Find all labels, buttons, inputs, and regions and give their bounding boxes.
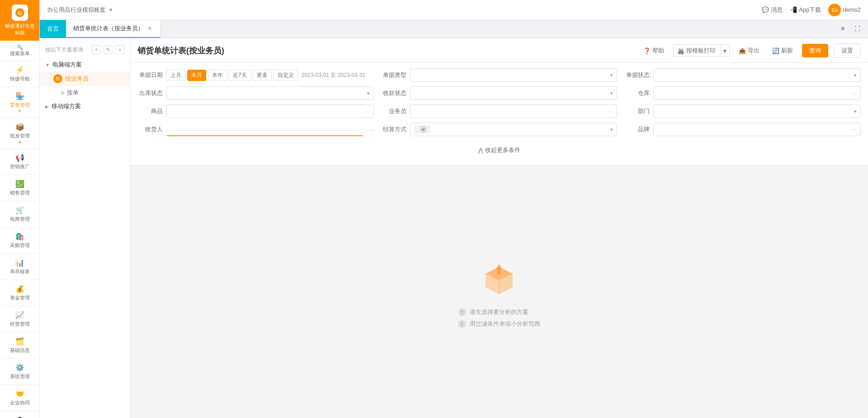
tab-close-window-btn[interactable]: ✕ (837, 24, 848, 34)
dept-select[interactable]: ▾ (653, 104, 861, 118)
tab-home[interactable]: 首页 (40, 20, 66, 38)
avatar-initials: Ea (832, 7, 838, 13)
sidebar-item-quicknav[interactable]: ⚡ 快捷导航 (0, 61, 39, 87)
tab-maximize-btn[interactable]: ⛶ (852, 24, 863, 34)
sidebar-item-enterprise[interactable]: 🤝 企业协同 (0, 385, 39, 411)
sidebar-item-ecommerce[interactable]: 🛒 电商管理 (0, 201, 39, 228)
topbar-left: 办公用品行业模拟账套 ▾ (47, 6, 113, 14)
dept-label: 部门 (624, 107, 650, 115)
help-btn[interactable]: ❓ 帮助 (640, 45, 668, 57)
finance-icon: 💰 (15, 285, 24, 293)
sidebar-item-retail[interactable]: 🏪 零售管理 ▼ (0, 87, 39, 118)
settlement-select[interactable]: ✕ ▾ (410, 123, 618, 136)
sidebar-item-purchase[interactable]: 🛍️ 采购管理 (0, 228, 39, 254)
edit-scheme-btn[interactable]: ✎ (104, 45, 113, 54)
sidebar-item-sales[interactable]: 💹 销售管理 (0, 175, 39, 201)
sidebar-sales-label: 销售管理 (10, 190, 30, 196)
svg-rect-7 (498, 269, 500, 275)
sidebar-item-operations[interactable]: 📈 经营管理 (0, 306, 39, 332)
sidebar-item-marketing[interactable]: 📢 营销推广 (0, 149, 39, 175)
page: 按以下方案查询 + ✎ « ▼ 电脑端方案 按 按业务员 ≡ 按 (40, 38, 868, 418)
collectstatus-select[interactable]: ▾ (410, 86, 618, 100)
message-btn[interactable]: 💬 消息 (762, 6, 783, 14)
content-area: 1 请先选择要分析的方案 2 用过滤条件来缩小分析范围 (130, 166, 868, 418)
sidebar-item-finance[interactable]: 💰 资金管理 (0, 280, 39, 306)
filter-warehouse-field: 仓库 ··· (624, 86, 861, 100)
date-btn-more[interactable]: 更多 (253, 70, 272, 81)
user-profile[interactable]: Ea demo2 (828, 4, 861, 16)
sidebar-item-system[interactable]: ⚙️ 系统管理 (0, 359, 39, 385)
download-icon: 📲 (790, 6, 797, 13)
goods-select[interactable]: ··· (166, 104, 374, 118)
inventory-icon: 📊 (15, 258, 24, 267)
sidebar-system-label: 系统管理 (10, 373, 30, 380)
sidebar-item-search[interactable]: 🔍 搜索菜单 (0, 41, 39, 61)
warehouse-select[interactable]: ··· (653, 86, 861, 100)
empty-state: 1 请先选择要分析的方案 2 用过滤条件来缩小分析范围 (458, 256, 540, 328)
type-select[interactable]: ▾ (410, 68, 618, 82)
date-btn-lastmonth[interactable]: 上月 (166, 70, 185, 81)
refresh-btn[interactable]: 🔄 刷新 (769, 45, 797, 57)
collapse-btn[interactable]: ⋀ 收起更多条件 (478, 143, 520, 157)
tab-close-btn[interactable]: ✕ (146, 24, 153, 33)
breadcrumb-dropdown-icon[interactable]: ▾ (109, 6, 113, 13)
recipient-input[interactable] (166, 123, 363, 136)
print-icon: 🖨️ (677, 48, 684, 54)
brand-select[interactable]: ··· (653, 123, 861, 136)
date-btn-thisyear[interactable]: 本年 (208, 70, 227, 81)
query-btn[interactable]: 查询 (802, 44, 828, 57)
brand-dots-icon[interactable]: ··· (851, 126, 857, 133)
right-content: 销货单统计表(按业务员) ❓ 帮助 🖨️ 按模板打印 ▾ 📤 (130, 38, 868, 418)
sidebar-item-inventory[interactable]: 📊 库存核算 (0, 254, 39, 280)
svg-marker-6 (496, 264, 502, 269)
search-icon: 🔍 (17, 44, 23, 50)
settlement-tag: ✕ (414, 125, 430, 134)
scheme-circle-icon: 按 (53, 74, 62, 83)
filter-recipient-field: 收货人 ··· (137, 123, 374, 136)
tip1-text: 请先选择要分析的方案 (470, 308, 528, 316)
settings-btn[interactable]: 设置 (834, 43, 861, 58)
sidebar-enterprise-label: 企业协同 (10, 399, 30, 406)
left-panel-actions: + ✎ « (92, 45, 124, 54)
message-label: 消息 (771, 6, 783, 14)
add-scheme-btn[interactable]: + (92, 45, 101, 54)
date-btn-thismonth[interactable]: 本月 (187, 70, 206, 81)
sidebar-basic-label: 基础信息 (10, 347, 30, 354)
help-label: 帮助 (652, 47, 664, 55)
scheme-item-byorder[interactable]: ≡ 按单 (40, 86, 130, 100)
avatar[interactable]: Ea (828, 4, 841, 16)
print-btn[interactable]: 🖨️ 按模板打印 (674, 45, 719, 57)
outstatus-select[interactable]: ▾ (166, 86, 374, 100)
scheme-item-salesperson[interactable]: 按 按业务员 (40, 71, 130, 86)
status-select[interactable]: ▾ (653, 68, 861, 82)
breadcrumb-text: 办公用品行业模拟账套 (47, 6, 106, 14)
left-panel-header: 按以下方案查询 + ✎ « (40, 43, 130, 58)
sidebar-logo[interactable]: 畅 畅捷通好生意 标版 (0, 0, 39, 41)
date-btn-custom[interactable]: 自定义 (274, 70, 298, 81)
scheme-group-desktop-label: 电脑端方案 (52, 61, 82, 69)
sidebar-item-basic[interactable]: 🗂️ 基础信息 (0, 332, 39, 359)
print-dropdown-arrow[interactable]: ▾ (720, 46, 729, 56)
newbie-icon: 🎓 (15, 416, 24, 418)
recipient-dots-icon[interactable]: ··· (368, 126, 374, 133)
topbar: 办公用品行业模拟账套 ▾ 💬 消息 📲 App下载 Ea demo2 (40, 0, 868, 20)
settlement-tag-close[interactable]: ✕ (420, 126, 427, 133)
print-dropdown[interactable]: 🖨️ 按模板打印 ▾ (673, 44, 730, 57)
sidebar-item-newbie[interactable]: 🎓 新手引导 (0, 411, 39, 418)
scheme-group-mobile-label: 移动端方案 (52, 102, 81, 110)
warehouse-dots-icon[interactable]: ··· (851, 90, 857, 97)
tab-sales-stat[interactable]: 销货单统计表（按业务员） ✕ (66, 20, 160, 38)
goods-dots-icon[interactable]: ··· (364, 108, 370, 115)
collapse-panel-btn[interactable]: « (115, 45, 124, 54)
collapse-row: ⋀ 收起更多条件 (137, 141, 861, 160)
scheme-group-desktop-header[interactable]: ▼ 电脑端方案 (40, 58, 130, 71)
filter-salesperson-field: 业务员 ··· (381, 104, 618, 118)
date-btn-7days[interactable]: 近7天 (229, 70, 251, 81)
settlement-label: 结算方式 (381, 125, 406, 133)
salesperson-select[interactable]: ··· (410, 104, 618, 118)
salesperson-dots-icon[interactable]: ··· (608, 108, 613, 115)
app-download-btn[interactable]: 📲 App下载 (790, 6, 821, 14)
sidebar-item-wholesale[interactable]: 📦 批发管理 ▲ (0, 118, 39, 149)
export-btn[interactable]: 📤 导出 (735, 45, 763, 57)
scheme-group-mobile-header[interactable]: ▶ 移动端方案 (40, 100, 130, 113)
